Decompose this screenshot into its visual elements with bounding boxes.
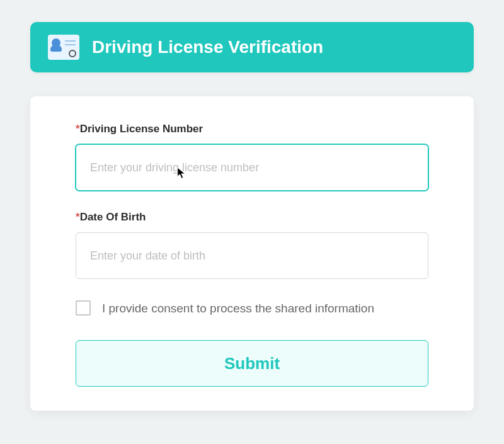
- license-number-label-text: Driving License Number: [80, 123, 203, 135]
- consent-text: I provide consent to process the shared …: [102, 299, 374, 317]
- license-number-input[interactable]: [76, 144, 428, 191]
- required-marker: *: [76, 123, 80, 135]
- verification-form: *Driving License Number *Date Of Birth I…: [30, 96, 474, 411]
- consent-checkbox[interactable]: [76, 300, 91, 316]
- license-number-field: *Driving License Number: [76, 123, 428, 191]
- page-header: Driving License Verification: [30, 22, 474, 72]
- submit-button[interactable]: Submit: [76, 340, 428, 387]
- license-number-label: *Driving License Number: [76, 123, 428, 135]
- required-marker: *: [76, 211, 80, 223]
- dob-label-text: Date Of Birth: [80, 211, 146, 223]
- dob-input[interactable]: [76, 232, 428, 279]
- page-title: Driving License Verification: [92, 37, 323, 57]
- dob-label: *Date Of Birth: [76, 211, 428, 224]
- license-card-icon: [48, 35, 79, 60]
- consent-row: I provide consent to process the shared …: [76, 299, 428, 317]
- dob-field: *Date Of Birth: [76, 211, 428, 279]
